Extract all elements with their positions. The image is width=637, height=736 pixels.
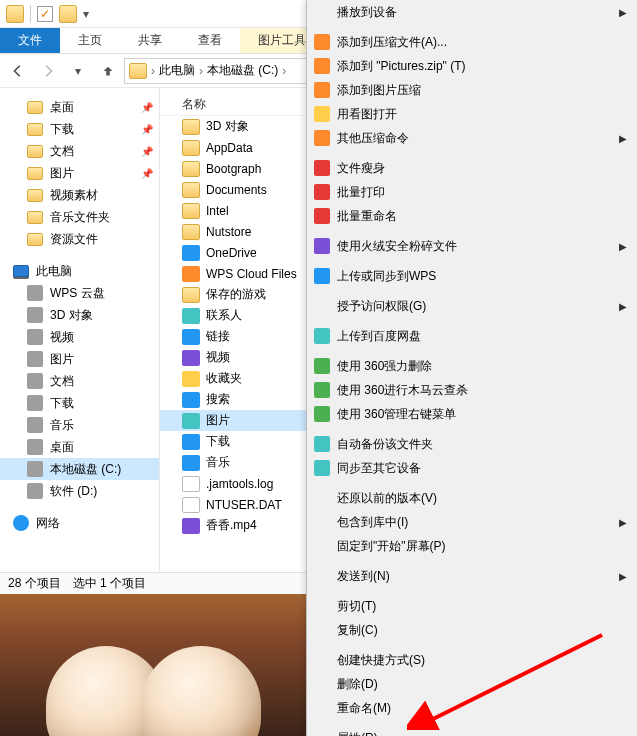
context-menu-item[interactable]: 上传或同步到WPS	[307, 264, 637, 288]
sidebar-item[interactable]: 文档	[0, 370, 159, 392]
crumb-this-pc[interactable]: 此电脑	[159, 62, 195, 79]
chevron-right-icon[interactable]: ›	[282, 64, 286, 78]
sidebar-item[interactable]: 音乐	[0, 414, 159, 436]
folder-icon	[182, 224, 200, 240]
sidebar-this-pc[interactable]: 此电脑	[0, 260, 159, 282]
sidebar-item-label: 下载	[50, 121, 74, 138]
context-menu-item[interactable]: 创建快捷方式(S)	[307, 648, 637, 672]
folder-icon	[6, 5, 24, 23]
sidebar-item[interactable]: WPS 云盘	[0, 282, 159, 304]
context-menu-item[interactable]: 播放到设备▶	[307, 0, 637, 24]
folder-icon	[27, 211, 43, 224]
sidebar-item[interactable]: 文档📌	[0, 140, 159, 162]
nav-up-button[interactable]	[94, 58, 122, 84]
qat-separator	[30, 5, 31, 23]
nav-recent-icon[interactable]: ▾	[64, 58, 92, 84]
cloud-icon	[182, 245, 200, 261]
context-menu-item[interactable]: 上传到百度网盘	[307, 324, 637, 348]
context-menu-item[interactable]: 授予访问权限(G)▶	[307, 294, 637, 318]
context-menu-item[interactable]: 添加到 "Pictures.zip" (T)	[307, 54, 637, 78]
context-menu-item[interactable]: 用看图打开	[307, 102, 637, 126]
qat-overflow-icon[interactable]: ▾	[83, 7, 89, 21]
tab-share[interactable]: 共享	[120, 28, 180, 53]
sidebar-item-label: 音乐	[50, 417, 74, 434]
music-icon	[182, 455, 200, 471]
sidebar-item[interactable]: 音乐文件夹	[0, 206, 159, 228]
chevron-right-icon[interactable]: ›	[151, 64, 155, 78]
file-item-label: AppData	[206, 141, 253, 155]
context-menu-item[interactable]: 添加到压缩文件(A)...	[307, 30, 637, 54]
context-menu-item[interactable]: 自动备份该文件夹	[307, 432, 637, 456]
sidebar-item[interactable]: 图片📌	[0, 162, 159, 184]
file-item-label: NTUSER.DAT	[206, 498, 282, 512]
sidebar-item[interactable]: 3D 对象	[0, 304, 159, 326]
sidebar-item[interactable]: 视频	[0, 326, 159, 348]
context-menu-item[interactable]: 添加到图片压缩	[307, 78, 637, 102]
context-menu-item[interactable]: 发送到(N)▶	[307, 564, 637, 588]
folder-icon	[182, 182, 200, 198]
tab-home[interactable]: 主页	[60, 28, 120, 53]
wps-icon	[182, 266, 200, 282]
context-menu-item[interactable]: 批量打印	[307, 180, 637, 204]
menu-icon-slot	[307, 184, 337, 200]
context-menu-item-label: 删除(D)	[337, 676, 611, 693]
context-menu-item[interactable]: 固定到"开始"屏幕(P)	[307, 534, 637, 558]
sidebar-item[interactable]: 软件 (D:)	[0, 480, 159, 502]
context-menu-item[interactable]: 属性(R)	[307, 726, 637, 736]
context-menu-item[interactable]: 包含到库中(I)▶	[307, 510, 637, 534]
yellow-icon	[314, 106, 330, 122]
context-menu-item[interactable]: 其他压缩命令▶	[307, 126, 637, 150]
orange-icon	[314, 34, 330, 50]
pin-icon: 📌	[141, 146, 153, 157]
drive-icon	[27, 439, 43, 455]
context-menu-item-label: 同步至其它设备	[337, 460, 611, 477]
context-menu-item[interactable]: 同步至其它设备	[307, 456, 637, 480]
sidebar-item-label: 3D 对象	[50, 307, 93, 324]
menu-icon-slot	[307, 268, 337, 284]
pin-icon: 📌	[141, 168, 153, 179]
sidebar-item[interactable]: 下载	[0, 392, 159, 414]
context-menu-item[interactable]: 使用 360进行木马云查杀	[307, 378, 637, 402]
context-menu-item[interactable]: 剪切(T)	[307, 594, 637, 618]
sidebar-item[interactable]: 资源文件	[0, 228, 159, 250]
crumb-local-disk[interactable]: 本地磁盘 (C:)	[207, 62, 278, 79]
file-item-label: 联系人	[206, 307, 242, 324]
context-menu-item[interactable]: 使用火绒安全粉碎文件▶	[307, 234, 637, 258]
sidebar-item[interactable]: 视频素材	[0, 184, 159, 206]
tab-file[interactable]: 文件	[0, 28, 60, 53]
context-menu-item[interactable]: 文件瘦身	[307, 156, 637, 180]
teal-icon	[314, 460, 330, 476]
sidebar-item[interactable]: 本地磁盘 (C:)	[0, 458, 159, 480]
folder-icon	[129, 63, 147, 79]
nav-back-button[interactable]	[4, 58, 32, 84]
sidebar-item[interactable]: 桌面	[0, 436, 159, 458]
red-icon	[314, 160, 330, 176]
context-menu-item[interactable]: 使用 360强力删除	[307, 354, 637, 378]
tab-view[interactable]: 查看	[180, 28, 240, 53]
context-menu-item[interactable]: 复制(C)	[307, 618, 637, 642]
sidebar-item[interactable]: 下载📌	[0, 118, 159, 140]
menu-icon-slot	[307, 328, 337, 344]
menu-icon-slot	[307, 82, 337, 98]
nav-forward-button[interactable]	[34, 58, 62, 84]
blue-icon	[314, 268, 330, 284]
drive-icon	[27, 461, 43, 477]
context-menu-item[interactable]: 使用 360管理右键菜单	[307, 402, 637, 426]
context-menu-item[interactable]: 重命名(M)	[307, 696, 637, 720]
folder-icon	[182, 203, 200, 219]
sidebar-item[interactable]: 桌面📌	[0, 96, 159, 118]
context-menu-item[interactable]: 批量重命名	[307, 204, 637, 228]
sidebar-network[interactable]: 网络	[0, 512, 159, 534]
sidebar-item-label: WPS 云盘	[50, 285, 105, 302]
context-menu-item[interactable]: 还原以前的版本(V)	[307, 486, 637, 510]
file-item-label: 音乐	[206, 454, 230, 471]
menu-icon-slot	[307, 130, 337, 146]
context-menu-item-label: 固定到"开始"屏幕(P)	[337, 538, 611, 555]
sidebar-item[interactable]: 图片	[0, 348, 159, 370]
sidebar-item-label: 文档	[50, 143, 74, 160]
context-menu-item[interactable]: 删除(D)	[307, 672, 637, 696]
checkbox-icon[interactable]: ✓	[37, 6, 53, 22]
drive-icon	[27, 395, 43, 411]
folder-icon	[27, 167, 43, 180]
chevron-right-icon[interactable]: ›	[199, 64, 203, 78]
